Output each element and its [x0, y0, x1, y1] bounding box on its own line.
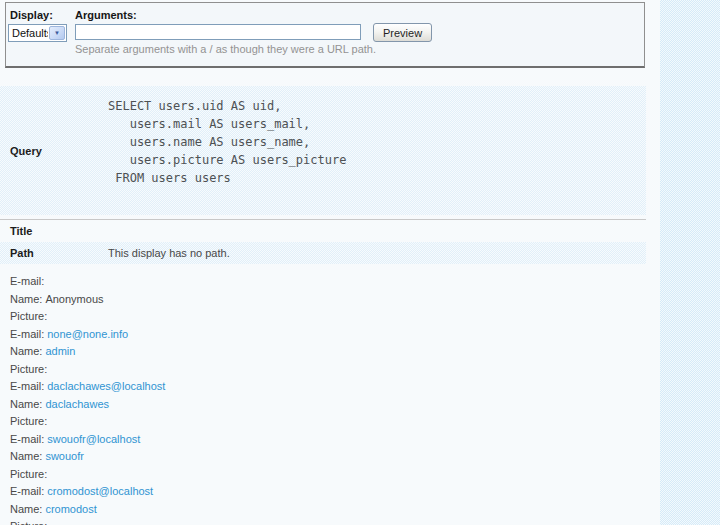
email-field-label: E-mail:	[10, 485, 44, 497]
arguments-label: Arguments:	[75, 9, 137, 21]
page-background-rail	[660, 0, 720, 525]
name-field-label: Name:	[10, 293, 42, 305]
argument-form-panel: Display: Defaults ▼ Arguments: Preview S…	[5, 2, 645, 68]
dropdown-arrow-button[interactable]: ▼	[49, 26, 65, 40]
chevron-down-icon: ▼	[54, 30, 60, 36]
path-row: Path This display has no path.	[0, 242, 646, 264]
name-field-label: Name:	[10, 345, 42, 357]
sql-line: FROM users users	[108, 169, 346, 187]
title-row: Title	[0, 219, 646, 242]
picture-field-label: Picture:	[10, 363, 47, 375]
email-field-label: E-mail:	[10, 380, 44, 392]
email-link[interactable]: none@none.info	[47, 328, 128, 340]
query-row: Query SELECT users.uid AS uid, users.mai…	[0, 86, 646, 215]
name-value: Anonymous	[45, 293, 103, 305]
user-name-link[interactable]: cromodost	[45, 503, 96, 515]
picture-field-label: Picture:	[10, 468, 47, 480]
field-email-line: E-mail:	[10, 275, 650, 287]
views-preview-page: Display: Defaults ▼ Arguments: Preview S…	[0, 0, 720, 525]
field-email-line: E-mail:daclachawes@localhost	[10, 380, 650, 392]
picture-field-label: Picture:	[10, 520, 47, 525]
preview-meta-table: Query SELECT users.uid AS uid, users.mai…	[0, 86, 646, 264]
arguments-input[interactable]	[75, 24, 361, 40]
email-field-label: E-mail:	[10, 275, 44, 287]
arguments-help-text: Separate arguments with a / as though th…	[75, 43, 376, 55]
picture-field-label: Picture:	[10, 310, 47, 322]
field-name-line: Name:daclachawes	[10, 398, 650, 410]
preview-results-list: E-mail: Name:Anonymous Picture: E-mail:n…	[10, 275, 650, 525]
sql-line: users.mail AS users_mail,	[108, 115, 346, 133]
field-picture-line: Picture:	[10, 415, 650, 427]
path-row-label: Path	[0, 242, 108, 264]
email-link[interactable]: daclachawes@localhost	[47, 380, 165, 392]
field-picture-line: Picture:	[10, 363, 650, 375]
field-picture-line: Picture:	[10, 520, 650, 525]
name-field-label: Name:	[10, 398, 42, 410]
path-row-value: This display has no path.	[108, 242, 230, 264]
display-select-value: Defaults	[9, 25, 48, 41]
email-field-label: E-mail:	[10, 433, 44, 445]
name-field-label: Name:	[10, 450, 42, 462]
email-field-label: E-mail:	[10, 328, 44, 340]
field-name-line: Name:Anonymous	[10, 293, 650, 305]
field-email-line: E-mail:cromodost@localhost	[10, 485, 650, 497]
display-select[interactable]: Defaults ▼	[8, 24, 67, 42]
user-name-link[interactable]: swouofr	[45, 450, 84, 462]
sql-line: SELECT users.uid AS uid,	[108, 97, 346, 115]
sql-line: users.picture AS users_picture	[108, 151, 346, 169]
preview-button[interactable]: Preview	[373, 23, 432, 42]
query-row-label: Query	[0, 86, 108, 215]
picture-field-label: Picture:	[10, 415, 47, 427]
display-label: Display:	[10, 9, 53, 21]
field-name-line: Name:cromodost	[10, 503, 650, 515]
email-link[interactable]: swouofr@localhost	[47, 433, 140, 445]
sql-line: users.name AS users_name,	[108, 133, 346, 151]
user-name-link[interactable]: admin	[45, 345, 75, 357]
field-email-line: E-mail:swouofr@localhost	[10, 433, 650, 445]
field-name-line: Name:swouofr	[10, 450, 650, 462]
title-row-label: Title	[0, 220, 108, 242]
query-sql: SELECT users.uid AS uid, users.mail AS u…	[108, 86, 346, 215]
field-picture-line: Picture:	[10, 468, 650, 480]
field-email-line: E-mail:none@none.info	[10, 328, 650, 340]
field-picture-line: Picture:	[10, 310, 650, 322]
name-field-label: Name:	[10, 503, 42, 515]
email-link[interactable]: cromodost@localhost	[47, 485, 153, 497]
field-name-line: Name:admin	[10, 345, 650, 357]
user-name-link[interactable]: daclachawes	[45, 398, 109, 410]
